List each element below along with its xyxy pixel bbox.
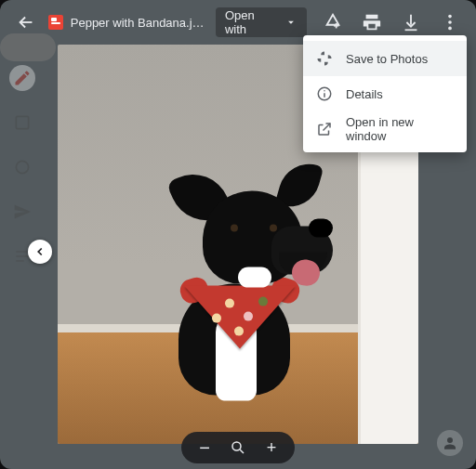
open-with-dropdown[interactable]: Open with [216,7,307,37]
open-external-icon [316,121,333,137]
svg-point-4 [448,27,452,31]
photos-icon [316,50,333,67]
menu-item-label: Open in new window [346,115,454,143]
rail-send-icon [13,202,32,225]
rail-icon [13,113,32,136]
zoom-reset-button[interactable] [228,437,248,458]
menu-item-label: Save to Photos [346,52,428,66]
menu-item-details[interactable]: Details [303,76,467,111]
menu-item-open-new-window[interactable]: Open in new window [303,111,467,147]
svg-point-8 [232,442,241,450]
svg-rect-0 [16,116,28,128]
svg-point-2 [448,15,452,19]
edit-icon[interactable] [9,65,35,91]
svg-point-7 [324,90,325,92]
left-rail [7,65,37,269]
zoom-toolbar: − + [181,432,295,463]
zoom-out-button[interactable]: − [194,437,215,458]
rail-icon [13,158,32,180]
file-chip: Pepper with Bandana.jpg [48,15,205,30]
magnifier-icon [230,439,246,456]
svg-point-1 [16,161,28,173]
presence-indicator[interactable] [437,430,463,456]
svg-point-3 [448,20,452,24]
chevron-down-icon [284,16,298,29]
zoom-in-button[interactable]: + [261,437,282,458]
menu-item-save-to-photos[interactable]: Save to Photos [303,41,467,76]
info-icon [316,85,333,102]
svg-line-9 [240,449,244,453]
file-name: Pepper with Bandana.jpg [71,16,205,30]
image-file-icon [48,15,63,30]
collapse-left-chip[interactable] [28,240,52,264]
open-with-label: Open with [225,8,279,36]
menu-item-label: Details [346,87,383,101]
person-icon [442,435,458,451]
more-actions-menu: Save to Photos Details Open in new windo… [303,35,467,152]
back-button[interactable] [7,4,45,41]
photo-dog [91,171,370,375]
